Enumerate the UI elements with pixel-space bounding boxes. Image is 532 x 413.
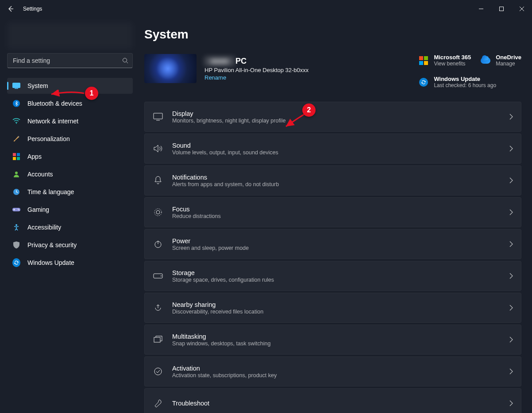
search-input[interactable] <box>7 53 133 68</box>
sidebar: System Bluetooth & devices Network & int… <box>0 18 137 413</box>
info-card-windows-update[interactable]: Windows Update Last checked: 6 hours ago <box>419 76 521 88</box>
sidebar-item-label: Windows Update <box>27 259 74 266</box>
maximize-button[interactable] <box>491 2 512 16</box>
bell-icon <box>153 175 163 186</box>
chevron-right-icon <box>509 114 513 120</box>
setting-card-focus[interactable]: FocusReduce distractions <box>144 197 521 227</box>
sound-icon <box>153 143 163 154</box>
rename-link[interactable]: Rename <box>204 74 308 81</box>
svg-point-21 <box>161 275 162 276</box>
sidebar-item-personalization[interactable]: Personalization <box>7 131 133 147</box>
titlebar: Settings <box>0 0 532 18</box>
sidebar-item-time-language[interactable]: Time & language <box>7 184 133 200</box>
info-card-title: Microsoft 365 <box>434 54 471 61</box>
svg-point-23 <box>154 368 162 375</box>
setting-sub: Volume levels, output, input, sound devi… <box>172 149 501 156</box>
sidebar-item-label: System <box>27 82 48 89</box>
setting-sub: Storage space, drives, configuration rul… <box>172 277 501 283</box>
info-card-title: OneDrive <box>496 54 521 61</box>
sidebar-item-label: Time & language <box>27 188 74 195</box>
setting-title: Display <box>172 110 501 117</box>
svg-point-5 <box>16 123 17 124</box>
annotation-badge-1: 1 <box>85 87 98 100</box>
setting-card-troubleshoot[interactable]: Troubleshoot <box>144 388 521 413</box>
svg-point-10 <box>15 172 18 174</box>
device-info-block: xxxxPC HP Pavilion All-in-One Desktop 32… <box>144 54 410 83</box>
back-button[interactable] <box>6 4 15 13</box>
sidebar-item-label: Personalization <box>27 135 70 142</box>
device-name: xxxxPC <box>204 57 308 66</box>
chevron-right-icon <box>509 241 513 247</box>
sidebar-item-network[interactable]: Network & internet <box>7 113 133 129</box>
page-title: System <box>144 27 521 42</box>
setting-title: Notifications <box>172 174 501 181</box>
minimize-button[interactable] <box>471 2 491 16</box>
sidebar-item-bluetooth[interactable]: Bluetooth & devices <box>7 96 133 111</box>
accessibility-icon <box>12 223 20 231</box>
chevron-right-icon <box>509 337 513 343</box>
info-card-sub: Manage <box>496 61 521 67</box>
user-profile[interactable] <box>7 22 133 50</box>
info-card-title: Windows Update <box>434 76 496 82</box>
onedrive-icon <box>481 56 490 65</box>
windows-update-icon <box>419 77 428 87</box>
share-icon <box>153 302 163 313</box>
info-card-ms365[interactable]: Microsoft 365 View benefits <box>419 54 471 67</box>
search-icon <box>122 57 128 64</box>
setting-card-activation[interactable]: ActivationActivation state, subscription… <box>144 356 521 386</box>
settings-list: DisplayMonitors, brightness, night light… <box>144 102 521 413</box>
svg-rect-7 <box>17 153 20 156</box>
chevron-right-icon <box>509 145 513 152</box>
info-card-onedrive[interactable]: OneDrive Manage <box>481 54 521 67</box>
paintbrush-icon <box>12 135 20 143</box>
check-circle-icon <box>153 366 163 377</box>
sidebar-item-label: Apps <box>27 153 42 160</box>
setting-card-notifications[interactable]: NotificationsAlerts from apps and system… <box>144 165 521 195</box>
setting-sub: Screen and sleep, power mode <box>172 245 501 251</box>
setting-sub: Discoverability, received files location <box>172 309 501 315</box>
setting-title: Activation <box>172 365 501 372</box>
svg-rect-22 <box>154 337 160 342</box>
device-model: HP Pavilion All-in-One Desktop 32-b0xxx <box>204 67 308 73</box>
bluetooth-icon <box>12 99 20 107</box>
shield-icon <box>12 241 20 249</box>
setting-card-nearby-sharing[interactable]: Nearby sharingDiscoverability, received … <box>144 293 521 323</box>
setting-card-power[interactable]: PowerScreen and sleep, power mode <box>144 229 521 259</box>
chevron-right-icon <box>509 400 513 406</box>
svg-point-15 <box>15 224 17 226</box>
sidebar-item-label: Accounts <box>27 171 53 178</box>
device-thumbnail <box>144 54 197 83</box>
wifi-icon <box>12 117 20 125</box>
sidebar-item-windows-update[interactable]: Windows Update <box>7 255 133 271</box>
main-content: System xxxxPC HP Pavilion All-in-One Des… <box>137 18 532 413</box>
setting-title: Sound <box>172 142 501 149</box>
setting-sub: Monitors, brightness, night light, displ… <box>172 118 501 124</box>
wrench-icon <box>153 398 163 409</box>
sidebar-item-label: Bluetooth & devices <box>27 100 82 107</box>
setting-card-multitasking[interactable]: MultitaskingSnap windows, desktops, task… <box>144 325 521 355</box>
svg-point-1 <box>123 58 127 62</box>
person-icon <box>12 170 20 178</box>
svg-rect-0 <box>500 7 504 11</box>
sidebar-item-system[interactable]: System <box>7 78 133 94</box>
setting-title: Nearby sharing <box>172 301 501 308</box>
setting-title: Focus <box>172 206 501 213</box>
setting-card-sound[interactable]: SoundVolume levels, output, input, sound… <box>144 134 521 164</box>
sidebar-item-accessibility[interactable]: Accessibility <box>7 219 133 235</box>
sidebar-item-accounts[interactable]: Accounts <box>7 166 133 182</box>
sidebar-item-label: Network & internet <box>27 118 78 125</box>
setting-card-storage[interactable]: StorageStorage space, drives, configurat… <box>144 261 521 291</box>
setting-card-display[interactable]: DisplayMonitors, brightness, night light… <box>144 102 521 132</box>
close-button[interactable] <box>512 2 532 16</box>
power-icon <box>153 239 163 249</box>
sidebar-item-privacy[interactable]: Privacy & security <box>7 237 133 253</box>
svg-rect-2 <box>13 83 20 88</box>
window-title: Settings <box>23 6 42 12</box>
svg-rect-16 <box>154 113 162 119</box>
chevron-right-icon <box>509 177 513 184</box>
sidebar-item-apps[interactable]: Apps <box>7 149 133 164</box>
sidebar-item-gaming[interactable]: Gaming <box>7 202 133 218</box>
setting-sub: Snap windows, desktops, task switching <box>172 340 501 347</box>
display-icon <box>153 111 163 122</box>
setting-title: Troubleshoot <box>172 400 501 407</box>
